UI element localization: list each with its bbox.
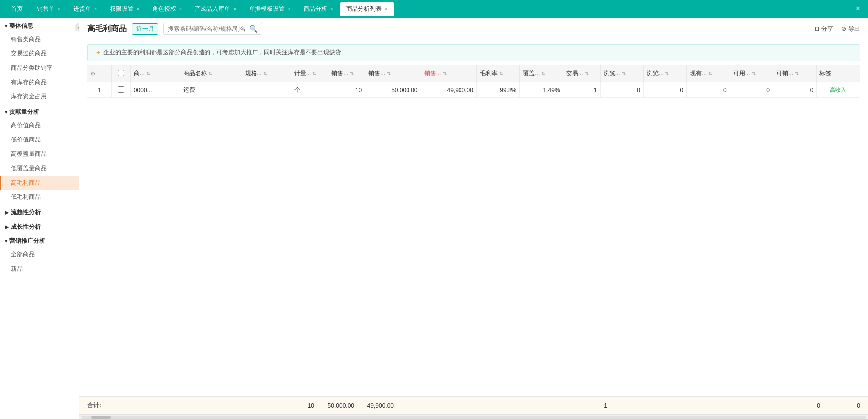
th-stock2: 可用... ⇅ [730, 65, 773, 82]
table-header-row: ⚙ 商... ⇅ [87, 65, 860, 82]
th-code: 商... ⇅ [130, 65, 180, 82]
sidebar-item-low-value[interactable]: 低价值商品 [0, 133, 79, 147]
cell-coverage: 1.49% [520, 82, 563, 98]
th-trade: 交易... ⇅ [563, 65, 600, 82]
horizontal-scrollbar[interactable] [79, 414, 868, 419]
sidebar-item-category-rate[interactable]: 商品分类助销率 [0, 61, 79, 75]
group-arrow-growth: ▶ [5, 224, 9, 230]
close-tab-analysis-icon[interactable]: × [330, 6, 333, 12]
sort-code-icon[interactable]: ⇅ [146, 71, 150, 76]
cell-checkbox [112, 82, 130, 98]
search-icon[interactable]: 🔍 [249, 25, 257, 33]
sort-browse1-icon[interactable]: ⇅ [622, 71, 626, 76]
search-input[interactable] [168, 25, 247, 32]
sort-sales-amt-icon[interactable]: ⇅ [387, 71, 391, 76]
scroll-thumb[interactable] [91, 416, 111, 419]
cell-margin-rate: 99.8% [476, 82, 519, 98]
close-tab-production-icon[interactable]: × [233, 6, 236, 12]
scroll-track[interactable] [81, 416, 866, 419]
sort-sales-qty-icon[interactable]: ⇅ [350, 71, 354, 76]
sidebar-item-low-coverage[interactable]: 低覆盖量商品 [0, 161, 79, 176]
sidebar-item-sales-goods[interactable]: 销售类商品 [0, 32, 79, 47]
sidebar-group-trend[interactable]: ▶ 流趋性分析 [0, 204, 79, 219]
sidebar-group-contribution[interactable]: ▾ 贡献量分析 [0, 104, 79, 118]
th-stock1: 现有... ⇅ [687, 65, 730, 82]
sidebar-group-growth[interactable]: ▶ 成长性分析 [0, 219, 79, 233]
cell-browse1: 0 [600, 82, 643, 98]
sidebar-item-stock-capital[interactable]: 库存资金占用 [0, 90, 79, 104]
sidebar-item-in-stock-goods[interactable]: 有库存的商品 [0, 75, 79, 90]
th-coverage: 覆盖... ⇅ [520, 65, 563, 82]
cell-stock2: 0 [730, 82, 773, 98]
nav-tab-purchase[interactable]: 进货单 × [67, 2, 103, 16]
sort-stock2-icon[interactable]: ⇅ [752, 71, 756, 76]
group-arrow-marketing: ▾ [5, 238, 7, 244]
cell-stock1: 0 [687, 82, 730, 98]
sort-trade-icon[interactable]: ⇅ [585, 71, 589, 76]
nav-tab-permissions[interactable]: 权限设置 × [104, 2, 146, 16]
sidebar-group-marketing[interactable]: ▾ 营销推广分析 [0, 233, 79, 247]
close-tab-permissions-icon[interactable]: × [137, 6, 140, 12]
sort-margin-icon[interactable]: ⇅ [499, 71, 503, 76]
close-tab-roles-icon[interactable]: × [179, 6, 182, 12]
th-sales-amt: 销售... ⇅ [365, 65, 421, 82]
sort-stock1-icon[interactable]: ⇅ [708, 71, 712, 76]
nav-tab-production[interactable]: 产成品入库单 × [189, 2, 242, 16]
sidebar-item-high-margin[interactable]: 高毛利商品 [0, 176, 79, 190]
export-button[interactable]: ⊘ 导出 [841, 25, 860, 33]
page-title: 高毛利商品 [87, 24, 127, 34]
cell-tag: 高收入 [817, 82, 860, 98]
th-tag: 标签 [817, 65, 860, 82]
cell-sellable: 0 [773, 82, 817, 98]
table-row: 1 0000... 运费 个 10 50,000.00 49,900.00 99… [87, 82, 860, 98]
close-tab-sales-icon[interactable]: × [57, 6, 60, 12]
close-all-tabs-button[interactable]: × [852, 4, 864, 13]
sort-coverage-icon[interactable]: ⇅ [541, 71, 545, 76]
search-box: 🔍 [163, 23, 262, 35]
share-button[interactable]: ⊡ 分享 [815, 25, 833, 33]
cell-unit: 个 [291, 82, 328, 98]
nav-tab-sales[interactable]: 销售单 × [31, 2, 66, 16]
select-all-checkbox[interactable] [118, 70, 124, 76]
sidebar-item-low-margin[interactable]: 低毛利商品 [0, 190, 79, 204]
footer-sales-qty: 10 [285, 402, 314, 409]
sidebar-item-traded-goods[interactable]: 交易过的商品 [0, 47, 79, 61]
close-tab-purchase-icon[interactable]: × [94, 6, 97, 12]
browse1-link[interactable]: 0 [637, 87, 640, 93]
nav-tab-analysis-list[interactable]: 商品分析列表 × [340, 2, 394, 16]
sidebar-group-overall[interactable]: ▾ 整体信息 [0, 18, 79, 32]
group-arrow-trend: ▶ [5, 210, 9, 215]
sidebar-item-new-goods[interactable]: 新品 [0, 262, 79, 276]
nav-tab-template[interactable]: 单据模板设置 × [243, 2, 297, 16]
th-spec: 规格... ⇅ [242, 65, 291, 82]
tag-badge: 高收入 [830, 87, 846, 93]
footer-trade: 1 [577, 402, 607, 409]
nav-tab-analysis[interactable]: 商品分析 × [298, 2, 339, 16]
th-sales-qty: 销售... ⇅ [328, 65, 365, 82]
close-tab-template-icon[interactable]: × [288, 6, 291, 12]
sort-spec-icon[interactable]: ⇅ [263, 71, 267, 76]
row-checkbox[interactable] [118, 86, 124, 93]
cell-spec [242, 82, 291, 98]
cell-browse2: 0 [643, 82, 686, 98]
sidebar-item-all-goods[interactable]: 全部商品 [0, 247, 79, 262]
sidebar-item-high-value[interactable]: 高价值商品 [0, 118, 79, 133]
close-tab-analysis-list-icon[interactable]: × [385, 6, 388, 12]
nav-home-tab[interactable]: 首页 [4, 5, 30, 13]
settings-icon[interactable]: ⚙ [90, 70, 96, 77]
sort-unit-icon[interactable]: ⇅ [312, 71, 316, 76]
sort-browse2-icon[interactable]: ⇅ [665, 71, 669, 76]
sort-sales-cost-icon[interactable]: ⇅ [443, 71, 447, 76]
period-button[interactable]: 近一月 [132, 23, 158, 35]
cell-sales-qty: 10 [328, 82, 365, 98]
nav-tab-roles[interactable]: 角色授权 × [147, 2, 188, 16]
th-browse1: 浏览... ⇅ [600, 65, 643, 82]
top-navigation: 首页 销售单 × 进货单 × 权限设置 × 角色授权 × 产成品入库单 × 单据… [0, 0, 868, 18]
sort-sellable-icon[interactable]: ⇅ [795, 71, 799, 76]
group-arrow-contribution: ▾ [5, 109, 7, 115]
group-arrow-overall: ▾ [5, 23, 7, 29]
cell-sales-cost: 49,900.00 [421, 82, 476, 98]
sidebar-item-high-coverage[interactable]: 高覆盖量商品 [0, 147, 79, 161]
th-unit: 计量... ⇅ [291, 65, 328, 82]
sort-name-icon[interactable]: ⇅ [208, 71, 212, 76]
